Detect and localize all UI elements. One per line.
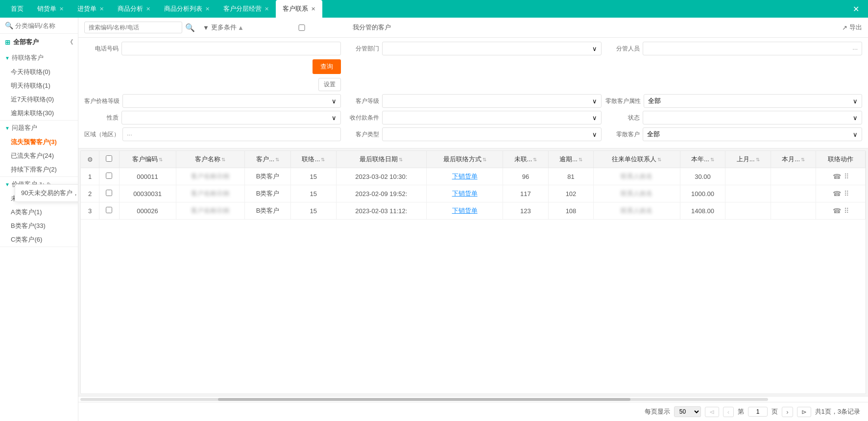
close-tab-sales[interactable]: ✕ — [59, 6, 64, 12]
close-tab-analysis[interactable]: ✕ — [146, 6, 150, 12]
cell-overdue: 81 — [548, 168, 594, 185]
sidebar-item-c-class[interactable]: C类客户(6) — [0, 233, 78, 247]
first-page-btn[interactable]: ⊲ — [705, 407, 719, 417]
sidebar-item-b-class[interactable]: B类客户(33) — [0, 219, 78, 233]
next-page-btn[interactable]: › — [782, 407, 793, 417]
col-code[interactable]: 客户编码⇅ — [119, 151, 176, 168]
tab-customer-contact[interactable]: 客户联系 ✕ — [276, 0, 322, 18]
chevron-icon-2: ∨ — [332, 98, 337, 105]
sort-icon-method: ⇅ — [482, 157, 486, 162]
prev-page-btn[interactable]: ‹ — [723, 407, 734, 417]
row-checkbox[interactable] — [106, 207, 112, 213]
more-conditions-btn[interactable]: ▼ 更多条件 ▲ — [198, 23, 249, 32]
search-input[interactable] — [84, 22, 182, 33]
dept-select[interactable]: ∨ — [382, 42, 602, 55]
cell-unlisted: 96 — [503, 168, 549, 185]
filter-field-customer-grade: 客户等级 ∨ — [345, 94, 602, 108]
row-checkbox[interactable] — [106, 173, 112, 179]
filter-field-customer-type: 客户类型 ∨ — [345, 127, 602, 141]
close-tab-customer-tier[interactable]: ✕ — [265, 6, 269, 12]
my-customers-checkbox[interactable] — [253, 25, 351, 31]
select-all-checkbox[interactable] — [106, 155, 112, 162]
settings-button[interactable]: 设置 — [318, 78, 341, 91]
cell-method[interactable]: 下销货单 — [427, 168, 503, 185]
dots-icon[interactable]: ··· — [852, 45, 858, 52]
sidebar-search-input[interactable] — [15, 22, 78, 29]
table-row: 2 00030031 客户名称示例 B类客户 15 2023-02-09 19:… — [81, 185, 866, 202]
tab-analysis[interactable]: 商品分析 ✕ — [111, 0, 157, 18]
sidebar-item-churn-warning[interactable]: 流失预警客户(3) — [0, 135, 78, 149]
search-button[interactable]: 🔍 — [182, 23, 198, 32]
col-last-date[interactable]: 最后联络日期⇅ — [336, 151, 426, 168]
action-contact-icon[interactable]: ☎ — [833, 173, 841, 180]
close-all-tabs[interactable]: ✕ — [848, 4, 864, 14]
area-input[interactable]: ··· — [122, 127, 341, 141]
page-number-input[interactable] — [748, 407, 768, 417]
cell-year: 1000.00 — [680, 185, 725, 202]
section-pending-title[interactable]: ▼ 待联络客户 — [0, 50, 78, 65]
col-year[interactable]: 本年...⇅ — [680, 151, 725, 168]
filter-row-3: 性质 ∨ 收付款条件 ∨ 状态 ∨ — [84, 111, 862, 124]
my-customers-label[interactable]: 我分管的客户 — [253, 23, 391, 32]
col-last-month[interactable]: 上月...⇅ — [725, 151, 771, 168]
sidebar-item-a-class[interactable]: A类客户(1) — [0, 205, 78, 219]
action-more-icon[interactable]: ⠿ — [844, 207, 849, 215]
close-tab-analysis-list[interactable]: ✕ — [205, 6, 210, 12]
section-problem-title[interactable]: ▼ 问题客户 — [0, 121, 78, 135]
tab-analysis-list[interactable]: 商品分析列表 ✕ — [157, 0, 217, 18]
action-contact-icon[interactable]: ☎ — [833, 207, 841, 215]
col-overdue[interactable]: 逾期...⇅ — [548, 151, 594, 168]
sidebar-item-7days[interactable]: 近7天待联络(0) — [0, 93, 78, 106]
zero-customer-select[interactable]: 全部 ∨ — [643, 127, 862, 141]
sidebar-item-today[interactable]: 今天待联络(0) — [0, 65, 78, 79]
close-tab-customer-contact[interactable]: ✕ — [311, 6, 315, 12]
close-tab-purchase[interactable]: ✕ — [99, 6, 104, 12]
customer-type-select[interactable]: ∨ — [382, 127, 602, 141]
person-input[interactable]: ··· — [643, 42, 862, 55]
tab-purchase[interactable]: 进货单 ✕ — [71, 0, 111, 18]
export-button[interactable]: ↗ 导出 — [842, 23, 862, 32]
all-customers-title[interactable]: ⊞ 全部客户 《 — [0, 34, 78, 50]
action-more-icon[interactable]: ⠿ — [844, 190, 849, 198]
tab-customer-tier[interactable]: 客户分层经营 ✕ — [217, 0, 276, 18]
sidebar-item-tomorrow[interactable]: 明天待联络(1) — [0, 79, 78, 93]
action-more-icon[interactable]: ⠿ — [844, 173, 849, 180]
col-settings[interactable]: ⚙ — [81, 151, 99, 168]
query-button[interactable]: 查询 — [313, 59, 341, 74]
zero-attr-select[interactable]: 全部 ∨ — [644, 94, 862, 108]
cell-checkbox[interactable] — [99, 202, 119, 220]
cell-contacts: 联系人姓名 — [594, 202, 680, 220]
filter-field-dept: 分管部门 ∨ — [345, 42, 602, 55]
page-size-select[interactable]: 50 100 200 — [674, 406, 701, 417]
cell-overdue: 102 — [548, 185, 594, 202]
col-contact[interactable]: 联络...⇅ — [291, 151, 337, 168]
col-last-method[interactable]: 最后联络方式⇅ — [427, 151, 503, 168]
cell-overdue: 108 — [548, 202, 594, 220]
gender-select[interactable]: ∨ — [121, 111, 341, 124]
customer-grade-select[interactable]: ∨ — [382, 94, 602, 108]
phone-input[interactable] — [121, 42, 341, 55]
last-page-btn[interactable]: ⊳ — [797, 407, 811, 417]
action-contact-icon[interactable]: ☎ — [833, 190, 841, 198]
col-type[interactable]: 客户...⇅ — [245, 151, 291, 168]
col-unlisted[interactable]: 未联...⇅ — [503, 151, 549, 168]
filter-field-zero-customer: 零散客户 全部 ∨ — [605, 127, 862, 141]
cell-method[interactable]: 下销货单 — [427, 185, 503, 202]
sidebar-item-churned[interactable]: 已流失客户(24) — [0, 149, 78, 163]
status-select[interactable]: ∨ — [643, 111, 862, 124]
cell-checkbox[interactable] — [99, 185, 119, 202]
cell-checkbox[interactable] — [99, 168, 119, 185]
sidebar-item-declining[interactable]: 持续下滑客户(2) — [0, 163, 78, 176]
col-name[interactable]: 客户名称⇅ — [176, 151, 245, 168]
payment-select[interactable]: ∨ — [382, 111, 602, 124]
col-contacts[interactable]: 往来单位联系人⇅ — [594, 151, 680, 168]
horizontal-scrollbar[interactable] — [78, 396, 868, 402]
tab-sales[interactable]: 销货单 ✕ — [30, 0, 71, 18]
cell-method[interactable]: 下销货单 — [427, 202, 503, 220]
sidebar-item-overdue[interactable]: 逾期未联络(30) — [0, 106, 78, 120]
row-checkbox[interactable] — [106, 190, 112, 196]
col-this-month[interactable]: 本月...⇅ — [771, 151, 816, 168]
price-grade-select[interactable]: ∨ — [122, 94, 341, 108]
settings-col-icon[interactable]: ⚙ — [87, 156, 93, 163]
tab-home[interactable]: 首页 — [4, 0, 30, 18]
